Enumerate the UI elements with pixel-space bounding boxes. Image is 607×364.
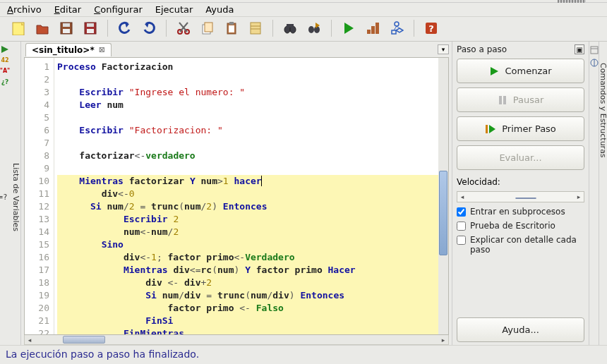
start-button[interactable]: Comenzar — [457, 59, 584, 83]
code-line[interactable]: Mientras factorizar Y num>1 hacer — [57, 175, 438, 188]
undo-icon — [118, 21, 132, 35]
code-line[interactable] — [57, 162, 438, 175]
document-tab[interactable]: <sin_titulo>* ⊠ — [25, 43, 112, 56]
close-icon[interactable]: ▣ — [575, 44, 584, 54]
menubar: ArchivoEditarConfigurarEjecutarAyuda — [0, 3, 607, 17]
diskette-icon — [59, 21, 73, 35]
svg-line-36 — [397, 26, 399, 28]
folder-icon — [35, 21, 49, 35]
code-line[interactable]: Leer num — [57, 99, 438, 111]
svg-point-32 — [395, 22, 399, 26]
copy-button[interactable] — [199, 20, 216, 37]
code-line[interactable]: factorizar<-verdadero — [57, 150, 438, 162]
note-icon — [11, 21, 25, 35]
pages-icon — [200, 21, 215, 35]
menu-archivo[interactable]: Archivo — [7, 4, 42, 15]
redo-icon — [142, 21, 156, 35]
svg-rect-6 — [87, 23, 94, 27]
scissors-icon — [176, 21, 191, 35]
svg-rect-42 — [503, 96, 506, 104]
code-line[interactable]: FinSi — [57, 315, 438, 327]
evaluate-button[interactable]: Evaluar... — [457, 145, 584, 170]
code-line[interactable]: Mientras div<=rc(num) Y factor primo Hac… — [57, 264, 438, 277]
sidebar-tab-commands[interactable]: Comandos y Estructuras — [599, 63, 607, 158]
code-line[interactable]: div<-0 — [57, 188, 438, 200]
code-line[interactable]: Escribir 2 — [57, 213, 438, 226]
open-file-button[interactable] — [34, 20, 51, 37]
speed-slider[interactable]: ◂ ▸ — [457, 191, 584, 202]
svg-rect-17 — [229, 22, 234, 25]
save-file-button[interactable] — [58, 20, 75, 37]
clipboard-icon — [224, 21, 239, 35]
menu-configurar[interactable]: Configurar — [94, 4, 143, 15]
find-button[interactable] — [282, 20, 299, 37]
code-line[interactable]: div<-1; factor primo<-Verdadero — [57, 251, 438, 264]
svg-marker-39 — [1, 46, 8, 53]
svg-rect-29 — [367, 30, 371, 34]
binoculars-next-icon — [307, 21, 321, 35]
paste-button[interactable] — [223, 20, 240, 37]
run-button[interactable] — [340, 20, 357, 37]
tab-dropdown-icon[interactable]: ▾ — [438, 44, 449, 54]
left-sidebar: Lista de Variables ++=? Operadores y Fun… — [10, 42, 21, 345]
svg-marker-40 — [491, 67, 498, 75]
sidebar-tab-variables[interactable]: Lista de Variables — [11, 163, 20, 231]
tab-title: <sin_titulo>* — [32, 45, 95, 55]
binoculars-icon — [283, 21, 297, 35]
code-line[interactable]: div <- div+2 — [57, 277, 438, 289]
svg-rect-3 — [63, 23, 70, 27]
undo-button[interactable] — [116, 20, 133, 37]
first-step-button[interactable]: Primer Paso — [457, 116, 584, 141]
code-line[interactable]: Si num/2 = trunc(num/2) Entonces — [57, 200, 438, 213]
code-line[interactable]: Si num/div = trunc(num/div) Entonces — [57, 289, 438, 302]
svg-rect-18 — [229, 25, 234, 32]
run-step-button[interactable] — [364, 20, 381, 37]
code-line[interactable] — [57, 111, 438, 124]
redo-button[interactable] — [140, 20, 157, 37]
save-as-button[interactable] — [82, 20, 99, 37]
svg-point-25 — [308, 26, 314, 33]
svg-marker-9 — [145, 23, 149, 28]
new-file-button[interactable] — [10, 20, 27, 37]
help-button[interactable]: Ayuda... — [457, 317, 584, 342]
find-next-button[interactable] — [306, 20, 323, 37]
code-line[interactable]: factor primo <- Falso — [57, 302, 438, 315]
check-explicar[interactable]: Explicar con detalle cada paso — [457, 235, 584, 255]
code-line[interactable]: Escribir "Ingrese el numero: " — [57, 86, 438, 99]
menu-editar[interactable]: Editar — [54, 4, 82, 15]
play-icon — [342, 21, 356, 35]
menu-ayuda[interactable]: Ayuda — [205, 4, 234, 15]
menu-ejecutar[interactable]: Ejecutar — [155, 4, 193, 15]
right-sidebar: Comandos y Estructuras — [599, 42, 607, 345]
svg-marker-44 — [489, 125, 495, 133]
diskette-red-icon — [83, 21, 97, 35]
svg-rect-43 — [486, 125, 488, 133]
code-content[interactable]: Proceso Factorizacion Escribir "Ingrese … — [54, 58, 438, 334]
tab-bar: <sin_titulo>* ⊠ ▾ — [21, 42, 452, 57]
code-editor[interactable]: 123456789101112131415161718192021222324 … — [24, 57, 449, 335]
svg-rect-15 — [205, 23, 212, 32]
steps-icon — [366, 21, 380, 35]
code-line[interactable]: Sino — [57, 238, 438, 251]
vertical-scrollbar[interactable] — [438, 58, 448, 334]
check-escritorio[interactable]: Prueba de Escritorio — [457, 221, 584, 231]
code-line[interactable]: num<-num/2 — [57, 226, 438, 238]
flowchart-button[interactable] — [388, 20, 405, 37]
code-line[interactable] — [57, 137, 438, 150]
check-subprocesos[interactable]: Entrar en subprocesos — [457, 207, 584, 217]
help-button[interactable]: ? — [423, 20, 440, 37]
horizontal-scrollbar[interactable]: ◂ ▸ — [24, 335, 449, 345]
code-line[interactable] — [57, 73, 438, 86]
notes-button[interactable] — [247, 20, 264, 37]
cut-button[interactable] — [175, 20, 192, 37]
sidebar-tab-ops-icon: ++=? — [0, 193, 7, 201]
code-line[interactable]: FinMientras — [57, 327, 438, 334]
pause-button[interactable]: Pausar — [457, 87, 584, 112]
code-line[interactable]: Escribir "Factorizacion: " — [57, 124, 438, 137]
svg-rect-30 — [371, 26, 375, 34]
help-icon: ? — [424, 21, 438, 35]
toolbar: ? — [0, 17, 607, 42]
code-line[interactable]: Proceso Factorizacion — [57, 61, 438, 73]
svg-rect-41 — [499, 96, 502, 104]
close-icon[interactable]: ⊠ — [99, 45, 105, 54]
